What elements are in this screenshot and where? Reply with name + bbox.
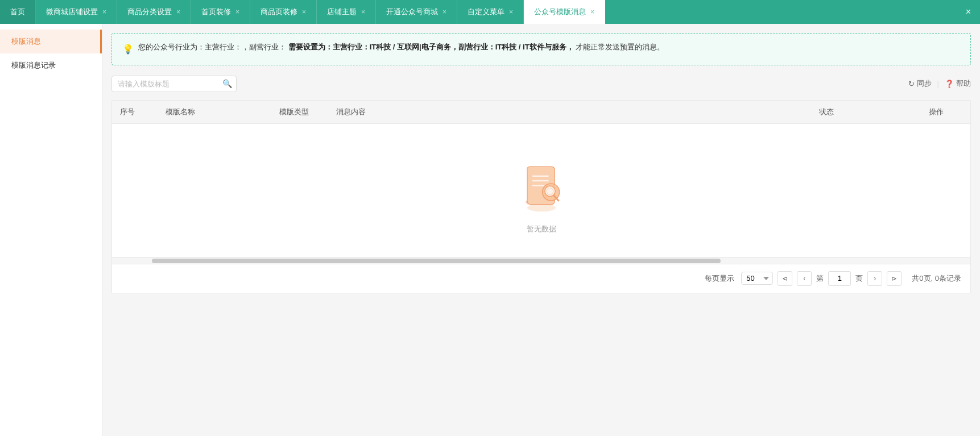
search-icon[interactable]: 🔍	[222, 79, 232, 88]
tab-open-wechat-mall[interactable]: 开通公众号商城 ×	[376, 0, 457, 24]
notice-text: 您的公众号行业为：主营行业：，副营行业： 需要设置为：主营行业：IT科技 / 互…	[138, 41, 664, 53]
tab-template-message[interactable]: 公众号模版消息 ×	[524, 0, 605, 24]
search-right: ↻ 同步 | ❓ 帮助	[908, 78, 971, 89]
close-all-tabs-button[interactable]: ×	[957, 0, 980, 24]
empty-icon	[513, 158, 570, 215]
total-records-text: 共0页, 0条记录	[912, 273, 961, 284]
th-type: 模版类型	[271, 101, 328, 123]
tab-open-wechat-mall-label: 开通公众号商城	[386, 7, 438, 17]
tab-custom-menu[interactable]: 自定义菜单 ×	[457, 0, 524, 24]
tab-category-settings-label: 商品分类设置	[127, 7, 172, 17]
close-tab-custom-menu[interactable]: ×	[509, 8, 513, 16]
scrollbar-thumb[interactable]	[152, 259, 721, 263]
notice-text-after: 才能正常发送预置的消息。	[576, 43, 664, 51]
tab-category-settings[interactable]: 商品分类设置 ×	[117, 0, 191, 24]
svg-point-0	[527, 204, 556, 211]
close-tab-shop-settings[interactable]: ×	[102, 8, 106, 16]
close-tab-template-message[interactable]: ×	[590, 8, 594, 16]
page-size-select[interactable]: 10 20 50 100	[741, 272, 773, 285]
empty-text: 暂无数据	[527, 224, 556, 234]
th-status: 状态	[811, 101, 902, 123]
tab-home[interactable]: 首页	[0, 0, 36, 24]
page-unit: 页	[855, 273, 863, 284]
th-seq: 序号	[112, 101, 158, 123]
th-name: 模版名称	[158, 101, 271, 123]
last-page-button[interactable]: ⊳	[887, 271, 902, 286]
notice-text-before: 您的公众号行业为：主营行业：，副营行业：	[138, 43, 286, 51]
sync-button[interactable]: ↻ 同步	[908, 78, 932, 89]
sidebar-item-template-msg-label: 模版消息	[11, 37, 41, 45]
empty-state: 暂无数据	[112, 124, 970, 257]
page-label: 第	[816, 273, 824, 284]
sync-icon: ↻	[908, 80, 915, 88]
sync-label: 同步	[917, 78, 932, 89]
tab-store-theme-label: 店铺主题	[327, 7, 357, 17]
close-tab-open-wechat-mall[interactable]: ×	[443, 8, 446, 16]
help-button[interactable]: ❓ 帮助	[945, 78, 971, 89]
tab-custom-menu-label: 自定义菜单	[468, 7, 505, 17]
help-icon: ❓	[945, 80, 954, 88]
notice-box: 💡 您的公众号行业为：主营行业：，副营行业： 需要设置为：主营行业：IT科技 /…	[111, 33, 971, 65]
close-tab-home-decoration[interactable]: ×	[235, 8, 239, 16]
prev-page-button[interactable]: ‹	[797, 271, 812, 286]
page-size-label: 每页显示	[705, 273, 734, 284]
pagination: 每页显示 10 20 50 100 ⊲ ‹ 第 页 › ⊳ 共0页, 0条记录	[112, 264, 970, 293]
sidebar: 模版消息 模版消息记录	[0, 24, 102, 436]
th-content: 消息内容	[328, 101, 811, 123]
help-label: 帮助	[956, 78, 971, 89]
tab-product-decoration[interactable]: 商品页装修 ×	[250, 0, 317, 24]
search-input[interactable]	[111, 76, 237, 92]
search-input-wrap: 🔍	[111, 76, 237, 92]
close-tab-product-decoration[interactable]: ×	[302, 8, 306, 16]
data-table: 序号 模版名称 模版类型 消息内容 状态 操作	[111, 100, 971, 293]
tab-store-theme[interactable]: 店铺主题 ×	[317, 0, 376, 24]
close-tab-category-settings[interactable]: ×	[176, 8, 180, 16]
bulb-icon: 💡	[122, 42, 134, 57]
main-content: 💡 您的公众号行业为：主营行业：，副营行业： 需要设置为：主营行业：IT科技 /…	[102, 24, 980, 436]
page-number-input[interactable]	[828, 271, 851, 286]
tab-home-label: 首页	[10, 7, 25, 17]
divider: |	[937, 80, 939, 88]
notice-highlight: 需要设置为：主营行业：IT科技 / 互联网|电子商务，副营行业：IT科技 / I…	[288, 43, 574, 51]
tab-shop-settings-label: 微商城店铺设置	[46, 7, 98, 17]
th-action: 操作	[902, 101, 970, 123]
tab-shop-settings[interactable]: 微商城店铺设置 ×	[36, 0, 117, 24]
first-page-button[interactable]: ⊲	[778, 271, 792, 286]
sidebar-item-template-msg-log[interactable]: 模版消息记录	[0, 53, 102, 77]
tab-home-decoration-label: 首页装修	[201, 7, 231, 17]
top-nav: 首页 微商城店铺设置 × 商品分类设置 × 首页装修 × 商品页装修 × 店铺主…	[0, 0, 980, 24]
close-tab-store-theme[interactable]: ×	[361, 8, 365, 16]
main-layout: 模版消息 模版消息记录 💡 您的公众号行业为：主营行业：，副营行业： 需要设置为…	[0, 24, 980, 436]
search-left: 🔍	[111, 76, 237, 92]
search-bar: 🔍 ↻ 同步 | ❓ 帮助	[111, 76, 971, 92]
tab-product-decoration-label: 商品页装修	[260, 7, 297, 17]
sidebar-item-template-msg-log-label: 模版消息记录	[11, 61, 56, 69]
horizontal-scrollbar[interactable]	[112, 257, 970, 264]
next-page-button[interactable]: ›	[867, 271, 882, 286]
sidebar-item-template-msg[interactable]: 模版消息	[0, 30, 102, 53]
tab-home-decoration[interactable]: 首页装修 ×	[191, 0, 250, 24]
tab-template-message-label: 公众号模版消息	[534, 7, 586, 17]
table-header: 序号 模版名称 模版类型 消息内容 状态 操作	[112, 101, 970, 124]
